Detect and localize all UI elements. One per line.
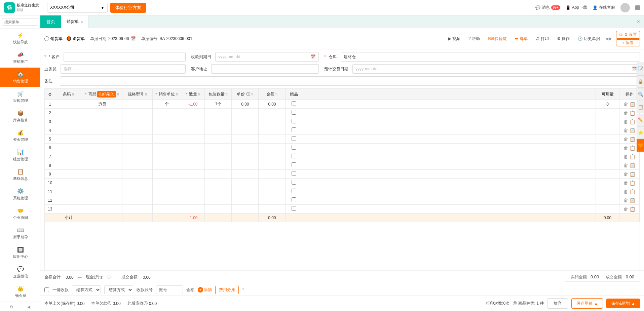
copy-row-icon[interactable]: 📋 <box>630 206 635 212</box>
copy-row-icon[interactable]: 📋 <box>630 198 635 203</box>
sort-qty-icon[interactable]: ⇅ <box>198 92 200 96</box>
copy-row-icon[interactable]: 📋 <box>630 189 635 194</box>
sort-price-icon[interactable]: ⇅ <box>251 92 254 96</box>
cell-price[interactable]: 0.00 <box>232 100 259 109</box>
copy-row-icon[interactable]: 📋 <box>630 119 635 124</box>
discount-info-icon[interactable]: ⓘ <box>107 274 111 280</box>
add-payment-btn[interactable]: + 添加 <box>198 287 212 293</box>
cell-product[interactable]: 拆货 <box>82 100 122 109</box>
sort-barcode-icon[interactable]: ⇅ <box>72 92 74 96</box>
operation-btn[interactable]: ⚙ 操作 <box>554 35 572 43</box>
fee-help-icon[interactable]: ? <box>242 287 244 292</box>
delete-row-icon[interactable]: 🗑 <box>623 163 628 168</box>
copy-row-icon[interactable]: 📋 <box>630 145 635 151</box>
date-calendar-icon[interactable]: 📅 <box>131 36 136 41</box>
sidebar-item-appstore[interactable]: 🔲 应用中心 <box>0 243 40 263</box>
delete-row-icon[interactable]: 🗑 <box>623 145 628 151</box>
cell-pkgqty[interactable]: 1个 <box>205 100 232 109</box>
rf-lock-btn[interactable]: 🔒 <box>637 75 644 88</box>
payment-method-select[interactable]: 结算方式 <box>72 285 101 294</box>
save-draft-btn[interactable]: 保存草稿 ▲ <box>571 298 603 309</box>
sidebar-item-wechat[interactable]: 💬 企业微信 <box>0 263 40 282</box>
table-wrapper[interactable]: ⚙ 条码⇅ * 商品 扫码录入 ⇅ 规格型号⇅ <box>44 88 640 270</box>
copy-row-icon[interactable]: 📋 <box>630 137 635 142</box>
rf-star-btn[interactable]: ⭐ <box>637 126 644 139</box>
one-click-pay-checkbox[interactable] <box>44 287 49 292</box>
rf-orange-btn[interactable]: 🧡 <box>637 139 644 152</box>
delete-row-icon[interactable]: 🗑 <box>623 206 628 212</box>
delete-row-icon[interactable]: 🗑 <box>623 171 628 177</box>
radio-sales-order[interactable]: 销货单 <box>44 36 63 42</box>
sidebar-item-guide[interactable]: 📖 新手引导 <box>0 224 40 243</box>
app-download-btn[interactable]: 📱 App下载 <box>566 5 587 10</box>
delete-row-icon[interactable]: 🗑 <box>623 119 628 124</box>
avatar[interactable] <box>620 3 630 12</box>
video-btn[interactable]: ▶ 视频 <box>446 35 463 43</box>
company-select[interactable]: XXXXXX公司 ▼ <box>47 3 108 13</box>
copy-row-icon[interactable]: 📋 <box>630 128 635 133</box>
prev-btn[interactable]: ◀ <box>605 36 608 41</box>
warehouse-input[interactable]: 建材仓 ··· <box>341 52 640 62</box>
discard-btn[interactable]: 放弃 <box>547 298 568 309</box>
gear-header-icon[interactable]: ⚙ <box>48 92 52 97</box>
logistics-btn[interactable]: + 物流 <box>616 39 640 46</box>
copy-row-icon[interactable]: 📋 <box>630 102 635 107</box>
save-new-btn[interactable]: 保存&新增 ▲ <box>606 299 640 308</box>
history-btn[interactable]: 🕐 历史单据 <box>575 35 603 43</box>
sidebar-item-shortcut[interactable]: ⚡ 快捷导航 <box>0 29 40 48</box>
sidebar-item-marketing[interactable]: 📣 营销推广 <box>0 48 40 68</box>
copy-row-icon[interactable]: 📋 <box>630 163 635 168</box>
expected-date-calendar-icon[interactable]: 📅 <box>632 67 637 71</box>
close-all-tabs-btn[interactable]: × <box>633 19 644 25</box>
help-btn[interactable]: ? 帮助 <box>466 35 483 43</box>
copy-row-icon[interactable]: 📋 <box>630 171 635 177</box>
sort-product-icon[interactable]: ⇅ <box>117 92 119 96</box>
delete-row-icon[interactable]: 🗑 <box>623 102 628 107</box>
delete-row-icon[interactable]: 🗑 <box>623 154 628 159</box>
tab-home[interactable]: 首页 <box>40 15 61 28</box>
th-gear[interactable]: ⚙ <box>45 89 55 100</box>
scan-btn[interactable]: 扫码录入 <box>97 91 116 98</box>
setup-btn[interactable]: ⚙ ⚙ 设置 <box>616 31 640 39</box>
next-btn[interactable]: ▶ <box>609 36 612 41</box>
rf-search-btn[interactable]: 🔍 <box>637 88 644 101</box>
customer-addr-input[interactable]: ··· <box>211 64 319 74</box>
fee-split-btn[interactable]: 费用分摊 <box>215 286 239 294</box>
sort-pkgqty-icon[interactable]: ⇅ <box>225 92 228 96</box>
sidebar-item-finance[interactable]: 💰 资金管理 <box>0 126 40 146</box>
experience-btn[interactable]: 体验行业方案 <box>110 3 146 13</box>
delete-row-icon[interactable]: 🗑 <box>623 110 628 116</box>
sort-unit-icon[interactable]: ⇅ <box>176 92 178 96</box>
shortcut-toolbar-btn[interactable]: ⌨ 快捷键 <box>485 35 509 43</box>
settings-bottom-icon[interactable]: ⚙ <box>10 305 13 309</box>
search-input[interactable] <box>2 18 38 26</box>
cell-amount[interactable]: 0.00 <box>259 100 286 109</box>
collapse-icon[interactable]: ◀ <box>27 305 30 309</box>
due-date-calendar-icon[interactable]: 📅 <box>311 54 316 59</box>
delete-row-icon[interactable]: 🗑 <box>623 189 628 194</box>
copy-row-icon[interactable]: 📋 <box>630 154 635 159</box>
print-btn[interactable]: 🖨 打印 <box>533 35 552 43</box>
sidebar-item-member[interactable]: 👑 畅会员 <box>0 282 40 302</box>
rf-edit-btn[interactable]: ✏️ <box>637 114 644 126</box>
delete-row-icon[interactable]: 🗑 <box>623 180 628 186</box>
sidebar-item-system[interactable]: ⚙️ 系统管理 <box>0 185 40 204</box>
online-service-btn[interactable]: 👤 在线客服 <box>593 5 615 10</box>
sidebar-item-basic[interactable]: 📋 基础信息 <box>0 165 40 185</box>
radio-return-order[interactable]: 退货单 <box>67 36 85 42</box>
tab-sales-order[interactable]: 销货单 × <box>61 15 89 28</box>
customer-input[interactable]: ··· <box>64 52 186 62</box>
sidebar-item-sales[interactable]: 🏠 销售管理 <box>0 68 40 87</box>
cell-spec[interactable] <box>122 100 153 109</box>
sort-spec-icon[interactable]: ⇅ <box>145 92 147 96</box>
rf-list-btn[interactable]: 📋 <box>637 101 644 113</box>
notes-input[interactable] <box>60 76 640 86</box>
delete-row-icon[interactable]: 🗑 <box>623 137 628 142</box>
expected-date-input[interactable]: yyyy-mm-dd 📅 <box>352 64 640 74</box>
cell-barcode[interactable] <box>55 100 82 109</box>
message-btn[interactable]: 💬 消息 99+ <box>535 5 560 10</box>
copy-row-icon[interactable]: 📋 <box>630 180 635 186</box>
delete-row-icon[interactable]: 🗑 <box>623 198 628 203</box>
sidebar-item-purchase[interactable]: 🛒 采购管理 <box>0 87 40 107</box>
delete-row-icon[interactable]: 🗑 <box>623 128 628 133</box>
